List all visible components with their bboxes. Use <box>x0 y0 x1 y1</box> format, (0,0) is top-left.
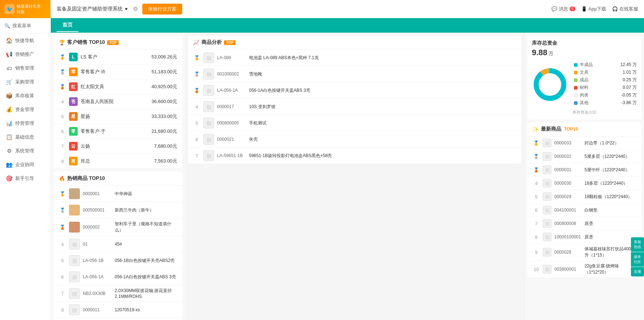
sidebar-item-system[interactable]: ⚙ 系统管理 <box>0 144 50 158</box>
hot-product-name-1: 中华神器 <box>115 191 177 197</box>
customer-badge-7: 云 <box>69 142 78 151</box>
trial-button[interactable]: 体验行业方案 <box>142 4 182 15</box>
hot-product-row-9[interactable]: 9 ▤ KK-SD22110H 花语萌恒温分腿睡袋（厚款） <box>54 318 182 320</box>
sidebar-item-sales[interactable]: 🏷 销售管理 <box>0 61 50 75</box>
sidebar-item-purchase[interactable]: 🛒 采购管理 <box>0 75 50 89</box>
legend-label-5: 其他 <box>580 100 619 106</box>
sidebar-item-operations[interactable]: 📊 经营管理 <box>0 116 50 130</box>
customer-row-1[interactable]: 🥇 L LS 客户 53,006.26元 <box>54 50 182 65</box>
legend-value-2: 0.25 万 <box>623 77 637 83</box>
mid-rank-7: 7 <box>193 153 200 159</box>
hot-product-row-1[interactable]: 🥇 0000001 中华神器 <box>54 186 182 202</box>
new-product-row-2[interactable]: 🥈 ▤ 0000032 5厘多层（1220*2440） <box>527 150 641 163</box>
hot-product-row-2[interactable]: 🥈 000500001 新西兰牛肉（新牛） <box>54 202 182 218</box>
mid-product-name-6: 夹壳 <box>249 136 516 143</box>
float-customer-service-button[interactable]: 客服热线 <box>631 237 644 252</box>
system-selector[interactable]: 装备及固定资产辅助管理系统 ▼ <box>57 6 129 12</box>
legend-label-2: 成品 <box>580 77 620 83</box>
customer-row-6[interactable]: 6 零 零售客户·于 21,680.00元 <box>54 124 182 139</box>
new-product-row-1[interactable]: 🥇 ▤ 0000033 封边带（1.0*22） <box>527 136 641 150</box>
new-product-code-9: 0000028 <box>554 250 582 255</box>
customer-row-7[interactable]: 7 云 云扬 7,680.00元 <box>54 139 182 154</box>
customer-name-8: 肖总 <box>81 158 151 164</box>
customer-row-8[interactable]: 8 肖 肖总 7,563.00元 <box>54 154 182 169</box>
search-menu-button[interactable]: 🔍 搜索菜单 <box>4 21 46 30</box>
customer-badge-3: 红 <box>69 82 78 91</box>
new-product-name-10: 22g鱼豆腐·烧烤味（1*12*20） <box>584 263 636 275</box>
collab-icon: 👥 <box>6 161 12 168</box>
tab-nav: 首页 <box>51 18 644 33</box>
mid-product-row-4[interactable]: 4 ▤ 0000017 10S 变刹罗彼 <box>188 99 521 115</box>
inventory-card: 库存总资金 9.88 万 <box>527 36 641 119</box>
mid-product-row-2[interactable]: 🥈 ▤ 001000002 雪地靴 <box>188 66 521 82</box>
hot-product-row-8[interactable]: 8 ▤ 0000011 12070519-xs <box>54 302 182 318</box>
sidebar-item-finance[interactable]: 💰 资金管理 <box>0 103 50 116</box>
new-product-row-6[interactable]: 6 ▤ 004100001 白钢垫 <box>527 204 641 217</box>
mid-product-row-7[interactable]: 7 ▤ LA-59651-1B 59651-1B旋转投影灯电池盒ABS黑色+58… <box>188 148 521 164</box>
sidebar-item-guide[interactable]: 🎯 新手引导 <box>0 172 50 185</box>
message-button[interactable]: 💬 消息 6 <box>551 6 575 12</box>
hot-product-row-3[interactable]: 🥉 0000002 智利车子里（规格不知道填什么） <box>54 218 182 236</box>
new-product-code-1: 0000033 <box>554 140 582 145</box>
settings-icon[interactable]: ⚙ <box>133 5 138 12</box>
trophy-icon: 🏆 <box>59 40 65 45</box>
hot-product-row-5[interactable]: 5 ▤ LA-056-1B 056-1B白色按键开关壳ABS2壳 <box>54 253 182 269</box>
mid-product-name-4: 10S 变刹罗彼 <box>249 104 516 110</box>
new-product-row-5[interactable]: 5 ▤ 0000029 18颗粒板（1220*2440） <box>527 190 641 204</box>
new-product-row-8[interactable]: 8 ▤ 10000100001 原垄 <box>527 230 641 244</box>
mid-product-row-3[interactable]: 🥉 ▤ LA-056-1A 056-1A白色按键开关盖ABS 3壳 <box>188 82 521 99</box>
mid-product-row-6[interactable]: 6 ▤ 0000021 夹壳 <box>188 131 521 148</box>
mid-product-name-7: 59651-1B旋转投影灯电池盒ABS黑色+58壳 <box>249 153 516 159</box>
new-products-title: 最新商品 <box>541 126 561 132</box>
customer-row-3[interactable]: 🥉 红 红太阳文具 40,925.00元 <box>54 79 182 94</box>
left-panel: 🏆 客户销售 TOP10 TOP 🥇 L LS 客户 53,006.26元 🥈 … <box>51 33 185 320</box>
rank-num-8: 8 <box>59 159 66 164</box>
app-download-button[interactable]: 📱 App下载 <box>581 6 606 12</box>
logo-text: 畅捷通好生意 标版 <box>17 4 41 15</box>
new-product-thumb-4: ▤ <box>543 179 551 188</box>
online-service-button[interactable]: 🎧 在线客服 <box>612 6 638 12</box>
hot-product-name-4: 45# <box>115 242 177 247</box>
search-icon: 🔍 <box>4 23 10 29</box>
inventory-chart-area: 半成品 12.45 万 文具 1.01 万 成品 0.25 万 <box>532 62 637 107</box>
new-icon: ✨ <box>533 126 539 132</box>
new-product-row-7[interactable]: 7 ▤ 000800008 原垄 <box>527 217 641 230</box>
new-product-row-9[interactable]: 9 ▤ 0000028 体城嘉枝味苏打饮品400毫升（1*15） <box>527 244 641 261</box>
sidebar-item-basic-info[interactable]: 📋 基础信息 <box>0 130 50 144</box>
rank-num-6: 6 <box>59 129 66 134</box>
customer-row-2[interactable]: 🥈 零 零售客户·许 51,183.00元 <box>54 65 182 79</box>
mid-product-thumb-2: ▤ <box>203 69 214 79</box>
hot-product-row-7[interactable]: 7 ▤ NB2.0X30B 2.0X30MM双搓花轴,搓花直径2.1MM/ROH… <box>54 285 182 302</box>
legend-label-4: 肉类 <box>580 92 619 98</box>
hot-product-row-4[interactable]: 4 ▤ 01 45# <box>54 236 182 253</box>
tab-home[interactable]: 首页 <box>57 19 78 32</box>
service-icon: 🎧 <box>612 6 618 12</box>
hot-rank-5: 5 <box>59 258 66 263</box>
new-product-name-6: 白钢垫 <box>584 207 636 213</box>
donut-chart <box>532 66 568 103</box>
mobile-icon: 📱 <box>581 6 587 12</box>
customer-badge-6: 零 <box>69 127 78 136</box>
customer-badge-1: L <box>69 53 78 61</box>
hot-products-header: 🔥 热销商品 TOP10 <box>54 172 182 186</box>
mid-product-row-5[interactable]: 5 ▤ 000800005 手机测试 <box>188 115 521 131</box>
system-icon: ⚙ <box>6 148 12 154</box>
sidebar-search[interactable]: 🔍 搜索菜单 <box>0 18 50 34</box>
new-product-row-3[interactable]: 🥉 ▤ 0000031 5厘中纤（1220*2440） <box>527 163 641 177</box>
legend-item-4: 肉类 -0.05 万 <box>574 92 637 98</box>
sidebar-item-inventory[interactable]: 📦 库存核算 <box>0 89 50 103</box>
customer-badge-4: 苍 <box>69 97 78 106</box>
sidebar-item-home[interactable]: 🏠 快捷导航 <box>0 34 50 48</box>
customer-row-5[interactable]: 5 星 星扬 33,333.00元 <box>54 109 182 124</box>
float-service-community-button[interactable]: 服务社区 <box>631 252 644 267</box>
customer-name-4: 苍南县人民医院 <box>81 98 148 105</box>
customer-row-4[interactable]: 4 苍 苍南县人民医院 36,600.00元 <box>54 94 182 109</box>
float-live-button[interactable]: 直播 <box>631 267 644 276</box>
new-product-row-4[interactable]: 4 ▤ 0000030 18多层（1220*2440） <box>527 177 641 190</box>
sidebar-item-marketing[interactable]: 📢 营销推广 <box>0 48 50 61</box>
sidebar-item-collab[interactable]: 👥 企业协同 <box>0 158 50 172</box>
mid-product-row-1[interactable]: 🥇 ▤ LA-089 电池盖 LA-089 ABS本色+黑种 7.1克 <box>188 50 521 66</box>
new-product-thumb-10: ▤ <box>543 265 551 274</box>
new-product-row-10[interactable]: 10 ▤ 003800001 22g鱼豆腐·烧烤味（1*12*20） <box>527 261 641 278</box>
hot-product-row-6[interactable]: 6 ▤ LA-056-1A 056-1A白色按键开关盖ABS 3壳 <box>54 269 182 285</box>
